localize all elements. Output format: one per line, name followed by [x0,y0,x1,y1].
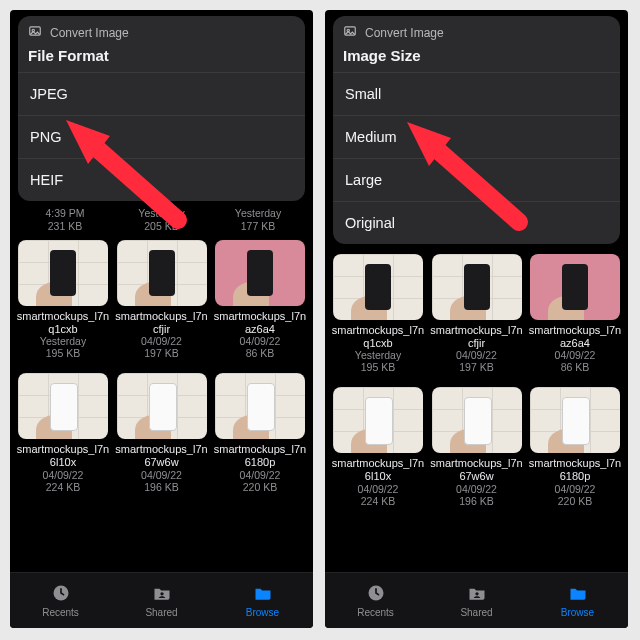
file-item[interactable]: smartmockups_l7ncfjir 04/09/22 197 KB [430,254,524,373]
sheet-back-link[interactable]: Convert Image [18,16,305,45]
tab-browse[interactable]: Browse [527,573,628,628]
sheet-title: Image Size [333,45,620,72]
thumbnail [333,387,423,453]
folder-icon [252,583,274,605]
convert-image-sheet: Convert Image Image Size Small Medium La… [333,16,620,244]
convert-image-sheet: Convert Image File Format JPEG PNG HEIF [18,16,305,201]
phone-right: Convert Image Image Size Small Medium La… [325,10,628,628]
tab-label: Recents [42,607,79,618]
file-item[interactable]: smartmockups_l7n67w6w 04/09/22 196 KB [115,373,209,492]
file-item[interactable]: smartmockups_l7naz6a4 04/09/22 86 KB [528,254,622,373]
thumbnail [18,240,108,306]
format-option-heif[interactable]: HEIF [18,158,305,201]
tab-label: Browse [561,607,594,618]
format-option-jpeg[interactable]: JPEG [18,72,305,115]
sheet-back-label: Convert Image [365,26,444,40]
clock-icon [50,583,72,605]
thumbnail [117,240,207,306]
sheet-back-label: Convert Image [50,26,129,40]
file-meta: Yesterday 177 KB [211,207,305,232]
file-item[interactable]: smartmockups_l7ncfjir 04/09/22 197 KB [115,240,209,359]
svg-point-9 [475,592,478,595]
format-option-png[interactable]: PNG [18,115,305,158]
sheet-back-link[interactable]: Convert Image [333,16,620,45]
folder-person-icon [466,583,488,605]
file-item[interactable]: smartmockups_l7nq1cxb Yesterday 195 KB [331,254,425,373]
size-options-list: Small Medium Large Original [333,72,620,244]
tab-shared[interactable]: Shared [111,573,212,628]
size-option-original[interactable]: Original [333,201,620,244]
size-option-medium[interactable]: Medium [333,115,620,158]
file-item[interactable]: smartmockups_l7naz6a4 04/09/22 86 KB [213,240,307,359]
thumbnail [18,373,108,439]
size-option-small[interactable]: Small [333,72,620,115]
tab-label: Recents [357,607,394,618]
sheet-title: File Format [18,45,305,72]
tab-bar: Recents Shared Browse [325,572,628,628]
file-item[interactable]: smartmockups_l7n6180p 04/09/22 220 KB [213,373,307,492]
thumbnail [215,240,305,306]
thumbnail [215,373,305,439]
convert-image-icon [28,24,42,41]
tab-recents[interactable]: Recents [325,573,426,628]
tab-label: Shared [460,607,492,618]
svg-point-3 [160,592,163,595]
file-item[interactable]: smartmockups_l7n67w6w 04/09/22 196 KB [430,387,524,506]
format-options-list: JPEG PNG HEIF [18,72,305,201]
size-option-large[interactable]: Large [333,158,620,201]
folder-icon [567,583,589,605]
file-item[interactable]: smartmockups_l7n6l10x 04/09/22 224 KB [16,373,110,492]
thumbnail [530,387,620,453]
thumbnail [432,387,522,453]
thumbnail [432,254,522,320]
tab-bar: Recents Shared Browse [10,572,313,628]
file-meta: 4:39 PM 231 KB [18,207,112,232]
tab-label: Browse [246,607,279,618]
file-item[interactable]: smartmockups_l7n6180p 04/09/22 220 KB [528,387,622,506]
folder-person-icon [151,583,173,605]
thumbnail [117,373,207,439]
clock-icon [365,583,387,605]
file-item[interactable]: smartmockups_l7n6l10x 04/09/22 224 KB [331,387,425,506]
tab-shared[interactable]: Shared [426,573,527,628]
tab-browse[interactable]: Browse [212,573,313,628]
thumbnail [333,254,423,320]
tab-label: Shared [145,607,177,618]
file-item[interactable]: smartmockups_l7nq1cxb Yesterday 195 KB [16,240,110,359]
file-meta: Yesterday 205 KB [115,207,209,232]
tab-recents[interactable]: Recents [10,573,111,628]
convert-image-icon [343,24,357,41]
phone-left: Convert Image File Format JPEG PNG HEIF … [10,10,313,628]
thumbnail [530,254,620,320]
